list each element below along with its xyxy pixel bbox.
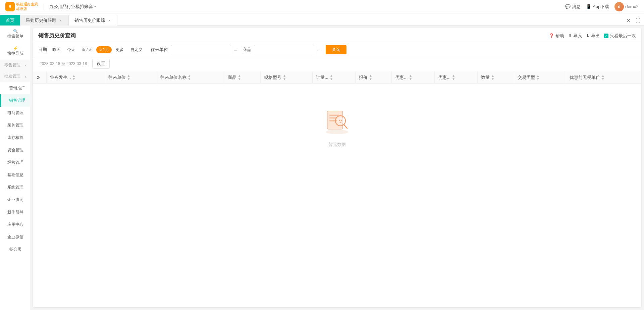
th-trade-type[interactable]: 交易类型 ▲▼	[514, 71, 566, 84]
export-button[interactable]: ⬇ 导出	[586, 33, 600, 39]
sidebar-item-search[interactable]: 🔍 搜索菜单	[0, 25, 30, 43]
sidebar-section-retail[interactable]: 零售管理 ▾	[0, 60, 30, 71]
sort-icon-product: ▲▼	[238, 74, 241, 81]
sidebar-item-guide[interactable]: 新手引导	[0, 206, 30, 218]
data-table: ⚙ 业务发生... ▲▼ 往来单位	[33, 71, 641, 84]
empty-state: 暂元数据	[33, 84, 641, 168]
sidebar-item-sales-mgmt[interactable]: 销售管理	[0, 94, 30, 107]
main-layout: 🔍 搜索菜单 ⚡ 快捷导航 零售管理 ▾ 批发管理 ▴ 营销推广 销售管理 电商…	[0, 25, 644, 310]
date-label: 日期	[38, 47, 47, 53]
sidebar-item-ecommerce[interactable]: 电商管理	[0, 107, 30, 119]
sidebar-vip-label: 畅会员	[9, 247, 21, 252]
th-qty[interactable]: 数量 ▲▼	[478, 71, 514, 84]
th-quote-label: 报价	[359, 74, 368, 81]
sidebar-item-operations[interactable]: 经营管理	[0, 156, 30, 169]
product-more-button[interactable]: ...	[317, 47, 320, 52]
sidebar-item-system[interactable]: 系统管理	[0, 181, 30, 194]
sidebar-ecommerce-label: 电商管理	[7, 110, 23, 116]
th-discount1[interactable]: 优惠... ▲▼	[392, 71, 435, 84]
workspace-name: 办公用品行业模拟账套	[49, 4, 93, 10]
partner-more-button[interactable]: ...	[234, 47, 237, 52]
close-window-button[interactable]: ✕	[625, 17, 632, 24]
th-gear[interactable]: ⚙	[33, 71, 46, 84]
sidebar-item-purchase[interactable]: 采购管理	[0, 119, 30, 132]
sidebar-app-center-label: 应用中心	[7, 222, 23, 227]
only-last-checkbox[interactable]: ✓ 只看最后一次	[604, 33, 636, 39]
date-yesterday[interactable]: 昨天	[50, 46, 63, 53]
svg-point-6	[337, 117, 344, 124]
th-quote[interactable]: 报价 ▲▼	[355, 71, 392, 84]
avatar: d	[614, 2, 624, 11]
date-today[interactable]: 今天	[64, 46, 78, 53]
import-button[interactable]: ⬆ 导入	[568, 33, 582, 39]
date-options: 昨天 今天 近7天 近1月 更多 自定义	[50, 46, 145, 53]
th-unit[interactable]: 计量... ▲▼	[313, 71, 356, 84]
sidebar-system-label: 系统管理	[7, 185, 23, 190]
empty-icon	[320, 104, 354, 138]
th-partner-code-label: 往来单位	[108, 74, 126, 81]
th-pretax-price[interactable]: 优惠前无税单价 ▲▼	[566, 71, 641, 84]
app-download-label: App下载	[593, 4, 609, 10]
message-button[interactable]: 💬 消息	[565, 4, 581, 10]
th-partner-name[interactable]: 往来单位名称 ▲▼	[157, 71, 224, 84]
settings-button[interactable]: 设置	[92, 59, 110, 69]
empty-text: 暂元数据	[328, 142, 346, 148]
th-discount2[interactable]: 优惠... ▲▼	[435, 71, 478, 84]
sidebar-wechat-label: 企业微信	[7, 234, 23, 240]
th-biz-date[interactable]: 业务发生... ▲▼	[46, 71, 105, 84]
svg-rect-4	[329, 120, 338, 121]
date-custom[interactable]: 自定义	[128, 46, 145, 53]
tab-purchase-label: 采购历史价跟踪	[26, 17, 56, 23]
only-last-label: 只看最后一次	[610, 33, 636, 39]
sidebar-item-enterprise[interactable]: 企业协同	[0, 194, 30, 206]
sort-icon-spec: ▲▼	[283, 74, 286, 81]
partner-input[interactable]	[171, 45, 231, 54]
date-more[interactable]: 更多	[113, 46, 126, 53]
table-container: ⚙ 业务发生... ▲▼ 往来单位	[33, 71, 641, 307]
filter-row2: 2023-02-18 至 2023-03-18 设置	[33, 57, 641, 71]
th-product[interactable]: 商品 ▲▼	[224, 71, 261, 84]
page-actions: ❓ 帮助 ⬆ 导入 ⬇ 导出 ✓ 只看最后一次	[549, 33, 636, 39]
maximize-window-button[interactable]: ⛶	[635, 17, 641, 24]
tab-purchase-history[interactable]: 采购历史价跟踪 ×	[20, 15, 69, 25]
query-button[interactable]: 查询	[326, 45, 346, 54]
help-icon: ❓	[549, 33, 554, 38]
sidebar-item-marketing[interactable]: 营销推广	[0, 82, 30, 94]
sidebar-item-inventory[interactable]: 库存核算	[0, 132, 30, 144]
th-discount1-label: 优惠...	[395, 74, 408, 81]
sidebar-section-wholesale[interactable]: 批发管理 ▴	[0, 71, 30, 82]
tab-sales-close[interactable]: ×	[107, 18, 112, 23]
content-area: 销售历史价查询 ❓ 帮助 ⬆ 导入 ⬇ 导出 ✓	[30, 25, 644, 310]
sort-icon-quote: ▲▼	[369, 74, 372, 81]
sidebar-item-app-center[interactable]: 应用中心	[0, 218, 30, 231]
user-profile[interactable]: d demo2	[614, 2, 639, 11]
svg-point-9	[341, 120, 342, 121]
filter-bar: 日期 昨天 今天 近7天 近1月 更多 自定义 往来单位 ...	[33, 42, 641, 57]
workspace-selector[interactable]: 办公用品行业模拟账套 ▾	[49, 4, 96, 10]
sort-icon-qty: ▲▼	[491, 74, 494, 81]
tab-home[interactable]: 首页	[0, 15, 20, 25]
sidebar-item-basic-info[interactable]: 基础信息	[0, 169, 30, 181]
sidebar-quick-nav-label: 快捷导航	[7, 51, 23, 56]
date-range-display: 2023-02-18 至 2023-03-18	[40, 61, 87, 67]
sort-icon-partner-code: ▲▼	[127, 74, 130, 81]
sidebar-item-wechat[interactable]: 企业微信	[0, 231, 30, 243]
th-spec[interactable]: 规格型号 ▲▼	[261, 71, 313, 84]
help-label: 帮助	[555, 33, 564, 39]
product-input[interactable]	[254, 45, 314, 54]
sidebar-item-vip[interactable]: 畅会员	[0, 243, 30, 256]
tab-purchase-close[interactable]: ×	[58, 18, 63, 23]
date-last7[interactable]: 近7天	[79, 46, 95, 53]
th-product-label: 商品	[228, 74, 236, 81]
th-biz-date-label: 业务发生...	[50, 74, 71, 81]
sidebar-item-quick-nav[interactable]: ⚡ 快捷导航	[0, 43, 30, 60]
chevron-down-icon: ▾	[25, 63, 26, 67]
sidebar-item-finance[interactable]: 资金管理	[0, 144, 30, 156]
th-partner-code[interactable]: 往来单位 ▲▼	[105, 71, 157, 84]
date-last1m[interactable]: 近1月	[96, 46, 112, 53]
tab-sales-history[interactable]: 销售历史价跟踪 ×	[69, 15, 117, 25]
import-label: 导入	[573, 33, 582, 39]
app-download-button[interactable]: 📱 App下载	[586, 4, 609, 10]
tab-bar-actions: ✕ ⛶	[625, 17, 644, 25]
help-button[interactable]: ❓ 帮助	[549, 33, 564, 39]
